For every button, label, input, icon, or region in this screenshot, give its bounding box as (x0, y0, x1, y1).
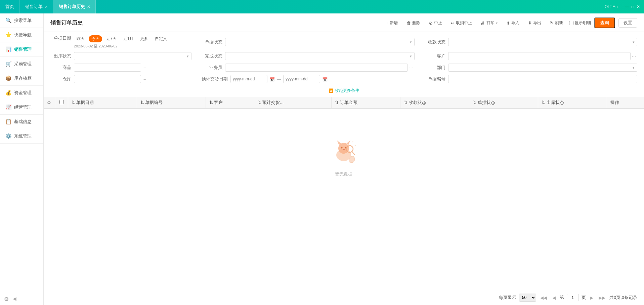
select-all-checkbox[interactable] (59, 100, 64, 104)
sidebar-item-quick-nav[interactable]: ⭐ 快捷导航 (0, 28, 43, 42)
complete-status-select[interactable] (225, 52, 415, 60)
refresh-button[interactable]: ↻ 刷新 (547, 19, 566, 27)
sort-delivery-icon[interactable]: ⇅ (258, 100, 261, 105)
window-minimize[interactable]: — (625, 4, 629, 9)
next-page-btn[interactable]: ▶ (589, 295, 595, 301)
last-page-btn[interactable]: ▶▶ (597, 295, 607, 301)
sidebar-item-operations[interactable]: 📈 经营管理 (0, 100, 43, 115)
import-button[interactable]: ⬆ 导入 (504, 19, 522, 27)
print-icon: 🖨 (481, 21, 485, 26)
stop-button[interactable]: ⊘ 中止 (426, 19, 445, 27)
brand-text: OfTEn (601, 4, 622, 9)
sort-customer-icon[interactable]: ⇅ (209, 100, 213, 105)
sidebar-item-sales-mgmt[interactable]: 📊 销售管理 (0, 42, 43, 57)
delivery-date-to[interactable] (283, 75, 320, 83)
customer-ellipsis[interactable]: ··· (631, 53, 637, 59)
refresh-label: 刷新 (555, 20, 563, 26)
warehouse-input[interactable] (74, 75, 141, 83)
close-sales-order-tab[interactable]: ✕ (45, 5, 48, 9)
sidebar-item-search-menu[interactable]: 🔍 搜索菜单 (0, 13, 43, 28)
warehouse-label: 仓库 (50, 76, 74, 82)
product-label: 商品 (50, 65, 74, 71)
date-range-text: 2023-06-02 至 2023-06-02 (74, 44, 170, 49)
salesperson-ellipsis[interactable]: ··· (408, 65, 415, 70)
sidebar-item-inventory-label: 库存核算 (14, 75, 32, 81)
th-out-status-label: 出库状态 (547, 100, 564, 105)
pill-today[interactable]: 今天 (89, 35, 102, 42)
first-page-btn[interactable]: ◀◀ (539, 295, 548, 301)
th-date-label: 单据日期 (76, 100, 94, 105)
page-size-select[interactable]: 50 10 20 100 (519, 294, 536, 302)
close-sales-order-history-tab[interactable]: ✕ (87, 5, 90, 9)
sort-payment-icon[interactable]: ⇅ (404, 100, 407, 105)
th-ops-label: 操作 (610, 100, 619, 105)
th-number-label: 单据编号 (145, 100, 163, 105)
sort-doc-status-icon[interactable]: ⇅ (473, 100, 476, 105)
salesperson-input[interactable] (225, 64, 408, 72)
cancel-stop-button[interactable]: ↩ 取消中止 (448, 19, 475, 27)
pill-7days[interactable]: 近7天 (103, 35, 119, 42)
sort-date-icon[interactable]: ⇅ (72, 100, 75, 105)
query-button[interactable]: 查询 (594, 17, 615, 28)
tab-sales-order[interactable]: 销售订单 ✕ (20, 0, 53, 13)
page-number-input[interactable] (567, 294, 579, 301)
customer-input[interactable] (448, 52, 631, 60)
out-status-select[interactable] (74, 52, 191, 60)
out-status-label: 出库状态 (50, 53, 74, 59)
tab-sales-order-history[interactable]: 销售订单历史 ✕ (53, 0, 96, 13)
svg-point-8 (343, 149, 345, 150)
settings-button[interactable]: 设置 (618, 18, 637, 28)
window-maximize[interactable]: □ (632, 4, 634, 9)
product-input[interactable] (74, 64, 141, 72)
department-label: 部门 (425, 65, 448, 71)
sidebar-bottom: ⚙ ◀ (0, 293, 43, 305)
doc-number-input[interactable] (448, 75, 638, 83)
display-detail-checkbox[interactable] (569, 21, 573, 25)
sort-number-icon[interactable]: ⇅ (140, 100, 144, 105)
pill-yesterday[interactable]: 昨天 (74, 35, 87, 42)
sort-out-status-icon[interactable]: ⇅ (542, 100, 545, 105)
export-button[interactable]: ⬇ 导出 (525, 19, 544, 27)
sidebar-collapse-icon[interactable]: ◀ (13, 296, 16, 302)
delivery-date-label: 预计交货日期 (202, 76, 230, 82)
table-body: ✦ ✦ 暂无数据 (44, 109, 644, 204)
pill-custom[interactable]: 自定义 (152, 35, 170, 42)
delete-icon: 🗑 (406, 21, 411, 26)
sidebar-item-sys-mgmt[interactable]: ⚙️ 系统管理 (0, 129, 43, 144)
export-icon: ⬇ (528, 21, 532, 26)
sidebar-item-purchase-mgmt-label: 采购管理 (14, 61, 32, 67)
sidebar-item-inventory[interactable]: 📦 库存核算 (0, 71, 43, 86)
svg-text:✦: ✦ (352, 141, 354, 144)
gear-icon[interactable]: ⚙ (47, 100, 51, 105)
sidebar-item-basic-info[interactable]: 📋 基础信息 (0, 115, 43, 129)
refresh-icon: ↻ (550, 21, 554, 26)
payment-status-select[interactable] (448, 38, 638, 46)
print-button[interactable]: 🖨 打印 ▾ (478, 19, 500, 27)
pill-1month[interactable]: 近1月 (121, 35, 136, 42)
filter-row-2: 出库状态 完成状态 客户 (50, 52, 637, 60)
th-customer: ⇅ 客户 (206, 97, 254, 109)
purchase-mgmt-icon: 🛒 (5, 61, 11, 67)
doc-status-label: 单据状态 (202, 39, 225, 45)
collapse-row[interactable]: 🔼 收起更多条件 (50, 86, 637, 95)
operations-icon: 📈 (5, 104, 11, 110)
sort-amount-icon[interactable]: ⇅ (335, 100, 339, 105)
delivery-date-from[interactable] (230, 75, 267, 83)
sidebar-settings-icon[interactable]: ⚙ (4, 296, 9, 302)
sidebar-item-finance[interactable]: 💰 资金管理 (0, 86, 43, 100)
delete-button[interactable]: 🗑 删除 (404, 19, 423, 27)
sidebar-item-purchase-mgmt[interactable]: 🛒 采购管理 (0, 57, 43, 71)
pill-more[interactable]: 更多 (137, 35, 151, 42)
complete-status-select-wrap (225, 52, 415, 60)
new-icon: + (386, 21, 388, 26)
product-ellipsis[interactable]: ··· (141, 65, 148, 70)
top-bar: 首页 销售订单 ✕ 销售订单历史 ✕ OfTEn — □ ✕ (0, 0, 644, 13)
collapse-icon: 🔼 收起更多条件 (50, 88, 637, 93)
window-close[interactable]: ✕ (637, 4, 640, 9)
tab-home[interactable]: 首页 (0, 0, 20, 13)
warehouse-ellipsis[interactable]: ··· (141, 76, 148, 82)
new-button[interactable]: + 新增 (383, 19, 400, 27)
doc-status-select[interactable] (225, 38, 415, 46)
department-select[interactable] (448, 64, 638, 72)
prev-page-btn[interactable]: ◀ (551, 295, 557, 301)
